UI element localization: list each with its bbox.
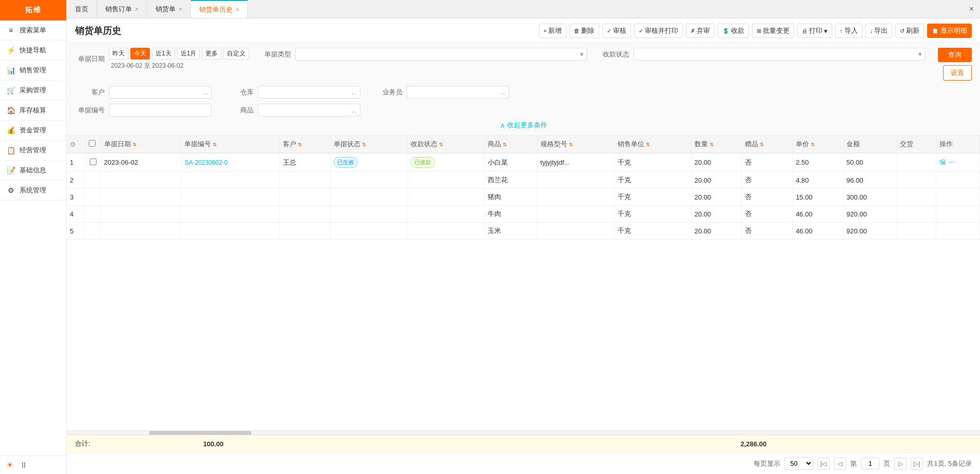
import-button[interactable]: ↑ 导入 — [835, 24, 862, 38]
cell-checkbox[interactable] — [85, 153, 101, 172]
refresh-button[interactable]: ↺ 刷新 — [895, 24, 924, 38]
edit-action-link[interactable]: 编 — [939, 159, 946, 166]
setting-button[interactable]: 设置 — [943, 65, 972, 81]
payment-status-dropdown-icon[interactable]: ▾ — [918, 50, 922, 58]
page-input[interactable] — [861, 458, 879, 469]
payment-status-input[interactable] — [637, 50, 918, 58]
cell-doc-no[interactable]: SA-20230602-0 — [181, 153, 280, 172]
tab-sales-order-close[interactable]: × — [135, 6, 139, 13]
tab-sales-history-close[interactable]: × — [236, 6, 239, 13]
select-all-checkbox[interactable] — [89, 140, 95, 147]
th-unit-price[interactable]: 单价 ⇅ — [793, 135, 843, 153]
abandon-button[interactable]: ✗ 弃审 — [686, 24, 715, 38]
doc-type-input[interactable] — [299, 50, 580, 58]
tab-sales-goods[interactable]: 销货单 × — [147, 0, 191, 18]
date-btn-last1m[interactable]: 近1月 — [177, 48, 200, 60]
next-page-btn[interactable]: ▷ — [894, 458, 907, 470]
window-close-btn[interactable]: × — [963, 5, 980, 14]
salesman-input[interactable] — [410, 88, 501, 96]
cell-amount: 300.00 — [843, 189, 896, 206]
cell-gift: 否 — [742, 206, 793, 223]
goods-dots-icon[interactable]: ... — [352, 107, 357, 114]
th-amount[interactable]: 金额 — [843, 135, 896, 153]
customer-input[interactable] — [112, 88, 203, 96]
sidebar-item-sys-mgmt[interactable]: ⚙ 系统管理 — [0, 181, 66, 201]
sidebar-item-basic-info[interactable]: 📝 基础信息 — [0, 161, 66, 181]
new-button[interactable]: + 新增 — [539, 24, 566, 38]
th-unit[interactable]: 销售单位 ⇅ — [614, 135, 691, 153]
cell-checkbox[interactable] — [85, 206, 101, 223]
th-gift[interactable]: 赠品 ⇅ — [742, 135, 793, 153]
sidebar-item-quick-nav[interactable]: ⚡ 快捷导航 — [0, 41, 66, 61]
doc-type-dropdown-icon[interactable]: ▾ — [580, 50, 584, 58]
customer-dots-icon[interactable]: ... — [203, 89, 208, 96]
doc-no-input[interactable] — [112, 106, 208, 114]
first-page-btn[interactable]: |◁ — [817, 458, 830, 470]
th-checkbox[interactable] — [85, 135, 101, 153]
warehouse-input[interactable] — [261, 88, 352, 96]
query-button[interactable]: 查询 — [938, 48, 972, 62]
new-icon: + — [544, 28, 547, 34]
per-page-select[interactable]: 50 100 200 — [784, 457, 813, 470]
th-doc-date-label: 单据日期 — [104, 140, 131, 149]
goods-input-wrap: ... — [258, 104, 360, 116]
audit-button[interactable]: ✓ 审核 — [602, 24, 631, 38]
prev-page-btn[interactable]: ◁ — [834, 458, 846, 470]
horizontal-scrollbar[interactable] — [67, 430, 980, 434]
row-checkbox[interactable] — [90, 159, 97, 165]
th-customer[interactable]: 客户 ⇅ — [280, 135, 331, 153]
collapse-button[interactable]: ∧ 收起更多条件 — [75, 121, 972, 130]
receive-button[interactable]: 💲 收款 — [718, 24, 749, 38]
batch-change-button[interactable]: ⊞ 批量变更 — [752, 24, 794, 38]
sidebar-item-purchase-mgmt[interactable]: 🛒 采购管理 — [0, 81, 66, 101]
date-btn-custom[interactable]: 自定义 — [223, 48, 249, 60]
th-doc-status[interactable]: 单据状态 ⇅ — [330, 135, 407, 153]
table-settings-icon[interactable]: ⚙ — [70, 141, 76, 148]
delete-button[interactable]: 🗑 删除 — [569, 24, 599, 38]
show-detail-button[interactable]: 📋 显示明细 — [927, 24, 972, 38]
th-pay-status[interactable]: 收款状态 ⇅ — [407, 135, 484, 153]
sidebar-item-finance-mgmt[interactable]: 💰 资金管理 — [0, 121, 66, 141]
tab-bar: 首页 销售订单 × 销货单 × 销货单历史 × × — [67, 0, 980, 18]
th-settings[interactable]: ⚙ — [67, 135, 85, 153]
salesman-dots-icon[interactable]: ... — [501, 89, 506, 96]
more-action-link[interactable]: ⋯ — [949, 159, 955, 166]
cell-checkbox[interactable] — [85, 172, 101, 189]
scrollbar-thumb[interactable] — [149, 431, 252, 435]
sidebar-item-ops-mgmt[interactable]: 📋 经营管理 — [0, 141, 66, 161]
date-btn-last7[interactable]: 近1天 — [152, 48, 175, 60]
filter-salesman-field: 业务员 ... — [373, 86, 509, 98]
sidebar-bottom-icon2[interactable]: ⏸ — [20, 461, 28, 470]
th-doc-no[interactable]: 单据编号 ⇅ — [181, 135, 280, 153]
sidebar-item-search-menu[interactable]: ≡ 搜索菜单 — [0, 21, 66, 41]
sidebar-item-inventory[interactable]: 🏠 库存核算 — [0, 101, 66, 121]
cell-doc-status: 已生效 — [330, 153, 407, 172]
cell-checkbox[interactable] — [85, 223, 101, 240]
tab-sales-order-label: 销售订单 — [105, 5, 132, 14]
date-btn-yesterday[interactable]: 昨天 — [109, 48, 128, 60]
tab-home[interactable]: 首页 — [67, 0, 97, 18]
th-quantity[interactable]: 数量 ⇅ — [691, 135, 742, 153]
doc-no-link[interactable]: SA-20230602-0 — [184, 159, 227, 166]
print-button[interactable]: 🖨 打印 ▾ — [797, 24, 832, 38]
goods-input[interactable] — [261, 106, 352, 114]
customer-input-wrap: ... — [109, 86, 212, 98]
last-page-btn[interactable]: ▷| — [911, 458, 923, 470]
th-transaction[interactable]: 交货 — [897, 135, 936, 153]
audit-print-button[interactable]: ✓ 审核并打印 — [634, 24, 683, 38]
th-goods[interactable]: 商品 ⇅ — [484, 135, 537, 153]
sidebar-bottom-icon1[interactable]: ☀ — [6, 460, 13, 470]
doc-no-filter-label: 单据编号 — [75, 106, 105, 115]
date-btn-today[interactable]: 今天 — [130, 48, 150, 60]
warehouse-dots-icon[interactable]: ... — [352, 89, 357, 96]
salesman-filter-label: 业务员 — [373, 88, 402, 97]
export-button[interactable]: ↓ 导出 — [866, 24, 893, 38]
th-spec[interactable]: 规格型号 ⇅ — [537, 135, 614, 153]
sidebar-item-sales-mgmt[interactable]: 📊 销售管理 — [0, 61, 66, 81]
date-btn-more[interactable]: 更多 — [202, 48, 221, 60]
tab-sales-order[interactable]: 销售订单 × — [97, 0, 147, 18]
tab-sales-goods-close[interactable]: × — [179, 6, 182, 13]
tab-sales-history[interactable]: 销货单历史 × — [191, 0, 248, 18]
cell-checkbox[interactable] — [85, 189, 101, 206]
th-doc-date[interactable]: 单据日期 ⇅ — [101, 135, 181, 153]
